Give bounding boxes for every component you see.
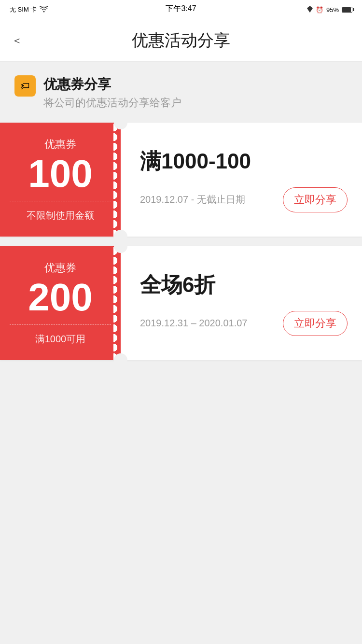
status-bar: 无 SIM 卡 下午3:47 ⏰ 95% xyxy=(0,0,362,19)
coupon-section-icon: 🏷 xyxy=(14,75,36,97)
coupon-name-1: 满1000-100 xyxy=(140,147,348,176)
section-text: 优惠券分享 将公司的优惠活动分享给客户 xyxy=(43,75,181,110)
empty-area xyxy=(0,375,362,616)
coupon-card-1: 优惠券 100 不限制使用金额 满1000-100 2019.12.07 - 无… xyxy=(0,123,362,237)
carrier-text: 无 SIM 卡 xyxy=(10,5,37,14)
section-header: 🏷 优惠券分享 将公司的优惠活动分享给客户 xyxy=(0,62,362,118)
wifi-icon xyxy=(40,6,48,14)
coupon-share-button-2[interactable]: 立即分享 xyxy=(283,311,348,336)
coupon-meta-1: 2019.12.07 - 无截止日期 立即分享 xyxy=(140,187,348,212)
coupon-name-2: 全场6折 xyxy=(140,271,348,299)
coupon-left-2: 优惠券 200 满1000可用 xyxy=(0,246,121,360)
coupon-right-1: 满1000-100 2019.12.07 - 无截止日期 立即分享 xyxy=(121,123,362,237)
nav-bar: ＜ 优惠活动分享 xyxy=(0,19,362,62)
coupon-share-button-1[interactable]: 立即分享 xyxy=(283,187,348,212)
coupon-divider-2 xyxy=(10,324,111,325)
back-button[interactable]: ＜ xyxy=(12,33,22,48)
coupon-label-2: 优惠券 xyxy=(44,261,76,275)
coupon-amount-1: 100 xyxy=(28,154,92,193)
coupon-left-1: 优惠券 100 不限制使用金额 xyxy=(0,123,121,237)
status-time: 下午3:47 xyxy=(166,4,196,14)
location-icon xyxy=(307,6,313,14)
coupon-label-1: 优惠券 xyxy=(44,137,76,152)
battery-percent: 95% xyxy=(326,6,339,14)
coupon-list: 优惠券 100 不限制使用金额 满1000-100 2019.12.07 - 无… xyxy=(0,118,362,375)
coupon-dates-2: 2019.12.31 – 2020.01.07 xyxy=(140,318,277,329)
coupon-meta-2: 2019.12.31 – 2020.01.07 立即分享 xyxy=(140,311,348,336)
section-subtitle: 将公司的优惠活动分享给客户 xyxy=(43,96,181,110)
status-left: 无 SIM 卡 xyxy=(10,5,48,14)
page-title: 优惠活动分享 xyxy=(132,29,230,52)
alarm-icon: ⏰ xyxy=(316,6,323,14)
section-title: 优惠券分享 xyxy=(43,75,181,94)
battery-icon xyxy=(342,7,352,13)
coupon-notch-bottom-2 xyxy=(114,353,127,367)
coupon-divider-1 xyxy=(10,201,111,201)
coupon-right-2: 全场6折 2019.12.31 – 2020.01.07 立即分享 xyxy=(121,246,362,360)
coupon-card-2: 优惠券 200 满1000可用 全场6折 2019.12.31 – 2020.0… xyxy=(0,246,362,360)
coupon-amount-2: 200 xyxy=(28,278,92,317)
coupon-condition-1: 不限制使用金额 xyxy=(27,209,94,222)
coupon-condition-2: 满1000可用 xyxy=(35,333,86,346)
coupon-dates-1: 2019.12.07 - 无截止日期 xyxy=(140,193,277,206)
coupon-notch-top-1 xyxy=(114,116,127,129)
coupon-notch-top-2 xyxy=(114,239,127,253)
status-right: ⏰ 95% xyxy=(307,6,352,14)
